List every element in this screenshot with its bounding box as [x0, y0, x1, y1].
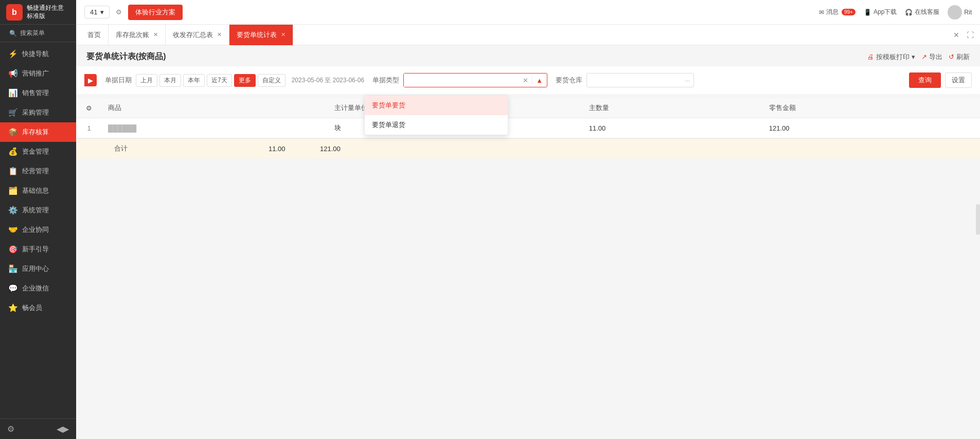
- sales-icon: 📊: [8, 88, 18, 98]
- company-dropdown-icon: ▾: [100, 8, 104, 16]
- sidebar-item-guide[interactable]: 🎯 新手引导: [0, 240, 76, 259]
- sidebar-item-system[interactable]: ⚙️ 系统管理: [0, 200, 76, 220]
- tab-order-stats-close[interactable]: ✕: [281, 31, 286, 38]
- purchase-icon: 🛒: [8, 108, 18, 117]
- user-avatar: [948, 5, 962, 20]
- tab-order-stats[interactable]: 要货单统计表 ✕: [229, 25, 293, 45]
- tab-receipts-summary[interactable]: 收发存汇总表 ✕: [166, 25, 229, 45]
- last-month-btn[interactable]: 上月: [136, 74, 157, 87]
- custom-date-btn[interactable]: 自定义: [258, 74, 286, 87]
- topbar-left: 41 ▾ ⚙ 体验行业方案: [84, 5, 183, 20]
- export-icon: ↗: [921, 53, 927, 61]
- quick-nav-label: 快捷导航: [22, 49, 49, 59]
- tabs-bar: 首页 库存批次账 ✕ 收发存汇总表 ✕ 要货单统计表 ✕ ✕ ⛶: [76, 25, 980, 45]
- sidebar-item-finance[interactable]: 💰 资金管理: [0, 142, 76, 161]
- col-amount-label: 零售金额: [769, 104, 796, 112]
- last-7-days-btn[interactable]: 近7天: [207, 74, 232, 87]
- tab-batch-inventory-close[interactable]: ✕: [153, 31, 158, 38]
- this-month-btn[interactable]: 本月: [159, 74, 181, 87]
- sidebar-item-purchase[interactable]: 🛒 采购管理: [0, 103, 76, 122]
- sidebar-item-enterprise[interactable]: 🤝 企业协同: [0, 220, 76, 240]
- this-year-btn[interactable]: 本年: [183, 74, 205, 87]
- company-selector[interactable]: 41 ▾: [84, 6, 110, 19]
- service-label: 在线客服: [915, 8, 939, 16]
- topbar-settings-icon[interactable]: ⚙: [116, 8, 122, 16]
- col-amount: 零售金额: [763, 98, 980, 118]
- sidebar-search[interactable]: 🔍 搜索菜单: [0, 25, 76, 42]
- tab-home[interactable]: 首页: [80, 25, 109, 45]
- sidebar-item-basic[interactable]: 🗂️ 基础信息: [0, 181, 76, 200]
- table-row: 1 ██████ 块 11.00 121.00: [76, 118, 980, 138]
- sidebar-item-wechat[interactable]: 💬 企业微信: [0, 279, 76, 298]
- sidebar-item-inventory[interactable]: 📦 库存核算: [0, 122, 76, 142]
- search-icon: 🔍: [9, 30, 17, 37]
- dropdown-option-order-return[interactable]: 要货单退货: [365, 115, 508, 135]
- appstore-icon: 🏪: [8, 264, 18, 273]
- cell-product: ██████: [102, 118, 328, 138]
- company-name: 41: [90, 8, 97, 16]
- table-footer: 合计 11.00 121.00: [76, 138, 980, 158]
- marketing-icon: 📢: [8, 69, 18, 78]
- warehouse-filter-input[interactable]: [587, 77, 682, 84]
- query-button[interactable]: 查询: [909, 72, 941, 88]
- sidebar-item-member[interactable]: ⭐ 畅会员: [0, 298, 76, 318]
- footer-quantity: 11.00: [262, 145, 314, 153]
- sidebar-item-appstore[interactable]: 🏪 应用中心: [0, 259, 76, 279]
- refresh-label: 刷新: [956, 52, 970, 62]
- close-all-tabs-button[interactable]: ✕: [951, 30, 961, 40]
- expand-tabs-button[interactable]: ⛶: [965, 30, 976, 40]
- refresh-icon: ↺: [949, 53, 954, 61]
- collapse-icon[interactable]: ◀▶: [57, 424, 69, 434]
- app-download-button[interactable]: 📱 App下载: [864, 8, 897, 16]
- app-download-label: App下载: [874, 8, 897, 16]
- column-settings-icon[interactable]: ⚙: [86, 104, 92, 112]
- settings-gear-icon[interactable]: ⚙: [7, 424, 14, 434]
- cell-index: 1: [76, 118, 102, 138]
- sidebar-item-quick-nav[interactable]: ⚡ 快捷导航: [0, 44, 76, 64]
- warehouse-input-wrap: ···: [586, 73, 694, 87]
- sidebar-item-marketing[interactable]: 📢 营销推广: [0, 64, 76, 83]
- user-avatar-area[interactable]: Rit: [948, 5, 972, 20]
- enterprise-label: 企业协同: [22, 225, 49, 234]
- online-service-button[interactable]: 🎧 在线客服: [905, 8, 939, 16]
- filter-action-buttons: 查询 设置: [909, 72, 972, 88]
- tab-receipts-summary-close[interactable]: ✕: [217, 31, 222, 38]
- member-label: 畅会员: [22, 303, 42, 313]
- industry-solution-button[interactable]: 体验行业方案: [128, 5, 183, 20]
- system-icon: ⚙️: [8, 206, 18, 215]
- export-button[interactable]: ↗ 导出: [921, 52, 942, 62]
- sidebar-nav: ⚡ 快捷导航 📢 营销推广 📊 销售管理 🛒 采购管理 📦 库存核算 💰 资金管…: [0, 42, 76, 418]
- refresh-button[interactable]: ↺ 刷新: [949, 52, 970, 62]
- warehouse-more-button[interactable]: ···: [682, 77, 693, 84]
- topbar-right: ✉ 消息 99+ 📱 App下载 🎧 在线客服 Rit: [819, 5, 972, 20]
- scroll-handle[interactable]: [976, 204, 980, 235]
- print-button[interactable]: 🖨 按模板打印 ▾: [867, 52, 915, 62]
- sidebar-footer: ⚙ ◀▶: [0, 418, 76, 439]
- service-icon: 🎧: [905, 9, 913, 16]
- messages-button[interactable]: ✉ 消息 99+: [819, 8, 856, 16]
- footer-total-label: 合计: [108, 144, 262, 153]
- guide-label: 新手引导: [22, 245, 49, 254]
- sidebar-header: b 畅捷通好生意 标准版: [0, 0, 76, 25]
- col-product: 商品: [102, 98, 328, 118]
- type-filter-input[interactable]: [404, 74, 520, 87]
- sidebar: b 畅捷通好生意 标准版 🔍 搜索菜单 ⚡ 快捷导航 📢 营销推广 📊 销售管理…: [0, 0, 76, 439]
- sidebar-item-operation[interactable]: 📋 经营管理: [0, 161, 76, 181]
- filter-expand-button[interactable]: ▶: [84, 74, 97, 86]
- marketing-label: 营销推广: [22, 69, 49, 78]
- type-dropdown-button[interactable]: ▲: [531, 77, 547, 84]
- data-table-wrap: ⚙ 商品 主计量单位 主数量 零售金额: [76, 98, 980, 138]
- dropdown-option-order-goods[interactable]: 要货单要货: [365, 96, 508, 115]
- guide-icon: 🎯: [8, 245, 18, 254]
- setting-button[interactable]: 设置: [945, 72, 972, 88]
- warehouse-filter-group: 要货仓库 ···: [556, 73, 694, 87]
- tab-order-stats-label: 要货单统计表: [237, 30, 277, 40]
- date-filter-group: 单据日期 上月 本月 本年 近7天 更多 自定义 2023-05-06 至 20…: [105, 74, 364, 87]
- type-dropdown-popup: 要货单要货 要货单退货: [364, 95, 508, 135]
- sidebar-item-sales[interactable]: 📊 销售管理: [0, 83, 76, 103]
- type-clear-button[interactable]: ✕: [520, 77, 531, 84]
- type-filter-group: 单据类型 ✕ ▲: [372, 73, 547, 87]
- more-dates-btn[interactable]: 更多: [234, 74, 256, 87]
- basic-label: 基础信息: [22, 186, 49, 195]
- tab-batch-inventory[interactable]: 库存批次账 ✕: [109, 25, 166, 45]
